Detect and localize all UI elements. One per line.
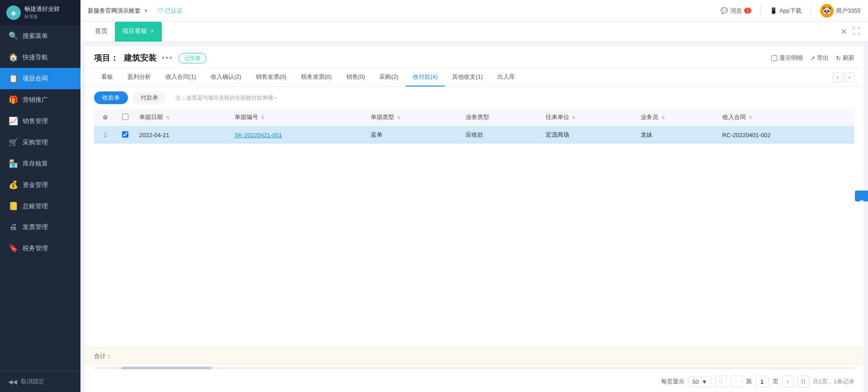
sub-nav-item-purchase[interactable]: 采购(2)	[372, 68, 406, 86]
sidebar-item-label: 搜索菜单	[23, 32, 48, 40]
td-doc-type: 蓝单	[365, 126, 461, 144]
sub-nav-item-sales-invoice[interactable]: 销售发票(0)	[249, 68, 294, 86]
sidebar-item-label: 库存核算	[23, 160, 48, 168]
app-edition: 标准版	[24, 14, 60, 20]
sidebar-item-label: 发票管理	[23, 223, 48, 231]
project-name: 建筑安装	[124, 53, 156, 63]
sidebar-item-sales[interactable]: 📈 销售管理	[0, 110, 80, 132]
payment-receipt-tab[interactable]: 收款单	[94, 91, 128, 104]
th-income-contract[interactable]: 收入合同 ⇅	[717, 109, 854, 126]
ledger-icon: 📒	[8, 201, 18, 211]
tab-home[interactable]: 首页	[88, 22, 115, 42]
project-icon: 📋	[8, 74, 18, 83]
refresh-icon: ↻	[836, 55, 841, 62]
sort-date-icon: ⇅	[166, 115, 170, 120]
per-page-label: 每页显示	[661, 378, 684, 386]
sub-nav-item-warehouse[interactable]: 出入库	[490, 68, 522, 86]
row-checkbox[interactable]	[122, 131, 128, 138]
sidebar-item-label: 项目合同	[23, 75, 48, 83]
sidebar-item-label: 采购管理	[23, 139, 48, 147]
select-all-checkbox[interactable]	[122, 114, 128, 120]
sub-nav-item-income-contract[interactable]: 收入合同(1)	[158, 68, 203, 86]
topbar-actions: 💬 消息 1 📱 App下载 🐼 用户3355	[721, 4, 861, 18]
sidebar-item-search[interactable]: 🔍 搜索菜单	[0, 25, 80, 47]
scroll-bar-wrap	[85, 365, 863, 371]
account-selector[interactable]: 新服务官网演示账套 ▼	[88, 7, 148, 15]
refresh-label: 刷新	[843, 54, 854, 62]
sub-nav-item-payment[interactable]: 收付款(4)	[406, 68, 445, 86]
page-first-btn[interactable]: ⟨⟨	[715, 376, 727, 387]
td-check	[117, 126, 134, 144]
messages-btn[interactable]: 💬 消息 1	[721, 7, 751, 15]
table-header: ⚙ 单据日期 ⇅ 单据编号 ⇅	[94, 109, 854, 126]
sub-nav-item-tax-invoice[interactable]: 税务发票(0)	[294, 68, 339, 86]
export-btn[interactable]: ↗ 导出	[810, 54, 829, 62]
th-number[interactable]: 单据编号 ⇅	[229, 109, 365, 126]
payment-pay-tab[interactable]: 付款单	[132, 91, 166, 104]
tab-project-board-label: 项目看板	[122, 27, 147, 35]
td-number[interactable]: SK-20220421-001	[229, 126, 365, 144]
sidebar-item-purchase[interactable]: 🛒 采购管理	[0, 132, 80, 153]
th-date[interactable]: 单据日期 ⇅	[134, 109, 229, 126]
project-prefix: 项目：	[94, 53, 118, 63]
doc-number-link[interactable]: SK-20220421-001	[235, 132, 283, 139]
sidebar-header: ◈ 畅捷通好业财 标准版	[0, 0, 80, 25]
sub-nav-next[interactable]: ›	[844, 72, 854, 82]
user-profile-btn[interactable]: 🐼 用户3355	[820, 4, 861, 18]
sub-nav-item-profit[interactable]: 盈利分析	[120, 68, 158, 86]
per-page-dropdown-icon: ▼	[702, 378, 708, 385]
close-tab-btn[interactable]: ✕	[840, 27, 847, 37]
sub-nav-item-other-expense[interactable]: 其他收支(1)	[445, 68, 490, 86]
sidebar-item-inventory[interactable]: 🏪 库存核算	[0, 153, 80, 174]
sidebar-item-label: 总账管理	[23, 202, 48, 210]
sub-nav-item-income-confirm[interactable]: 收入确认(2)	[203, 68, 249, 86]
per-page-select[interactable]: 50 ▼	[688, 377, 711, 387]
tab-close-icon[interactable]: ✕	[150, 28, 155, 34]
sidebar-item-ledger[interactable]: 📒 总账管理	[0, 196, 80, 217]
page-next-btn[interactable]: ›	[782, 376, 794, 387]
th-doc-type[interactable]: 单据类型 ⇅	[365, 109, 461, 126]
th-settings[interactable]: ⚙	[94, 109, 117, 126]
project-more-btn[interactable]: •••	[162, 53, 173, 63]
feedback-btn[interactable]: 意见反馈	[855, 191, 868, 201]
refresh-btn[interactable]: ↻ 刷新	[836, 54, 854, 62]
payment-table: ⚙ 单据日期 ⇅ 单据编号 ⇅	[94, 109, 854, 144]
user-label: 用户3355	[836, 7, 861, 15]
table-row[interactable]: 1 2022-04-21 SK-20220421-001 蓝单 应收款 宏茂商场	[94, 126, 854, 144]
page-input[interactable]	[755, 376, 769, 387]
sub-nav-prev[interactable]: ‹	[833, 72, 843, 82]
sub-tab-note: 注：这里是与项目关联的全部收付款单哦～	[175, 94, 278, 102]
scroll-bar-track	[94, 367, 854, 369]
sub-nav-item-kanban[interactable]: 看板	[94, 68, 120, 86]
th-partner[interactable]: 往来单位 ⇅	[540, 109, 636, 126]
sidebar-item-marketing[interactable]: 🎁 营销推广	[0, 89, 80, 110]
pagination: 每页显示 50 ▼ ⟨⟨ ‹ 第 页 › ⟩⟩ 共1页，1条记录	[85, 371, 863, 392]
th-salesman[interactable]: 业务员 ⇅	[635, 109, 717, 126]
sub-nav-item-sales[interactable]: 销售(0)	[339, 68, 373, 86]
quicknav-icon: 🏠	[8, 53, 18, 62]
certified-label: 已认证	[165, 7, 183, 15]
maximize-tab-btn[interactable]: ⛶	[853, 27, 861, 36]
page-label: 第	[746, 378, 752, 386]
tab-project-board[interactable]: 项目看板 ✕	[115, 22, 162, 42]
show-detail-check[interactable]: 显示明细	[771, 54, 803, 62]
page-prev-btn[interactable]: ‹	[731, 376, 742, 387]
content-body: 收款单 付款单 注：这里是与项目关联的全部收付款单哦～ ⚙ 单据日期	[85, 87, 863, 392]
sort-partner-icon: ⇅	[572, 115, 576, 120]
app-download-btn[interactable]: 📱 App下载	[770, 7, 802, 15]
sidebar-item-project[interactable]: 📋 项目合同	[0, 68, 80, 89]
sidebar-item-capital[interactable]: 💰 资金管理	[0, 174, 80, 196]
sidebar-item-tax[interactable]: 🔖 税务管理	[0, 238, 80, 259]
th-biz-type: 业务类型	[460, 109, 540, 126]
app-logo: ◈	[6, 5, 21, 20]
sidebar-item-quicknav[interactable]: 🏠 快捷导航	[0, 47, 80, 68]
scroll-bar-thumb[interactable]	[121, 367, 212, 369]
sidebar-item-invoice[interactable]: 🖨 发票管理	[0, 217, 80, 238]
message-icon: 💬	[721, 7, 728, 14]
page-last-btn[interactable]: ⟩⟩	[797, 376, 809, 387]
capital-icon: 💰	[8, 180, 18, 190]
project-header-right: 显示明细 ↗ 导出 ↻ 刷新	[771, 54, 854, 62]
show-detail-checkbox[interactable]	[771, 55, 777, 61]
unpin-label: 取消固定	[21, 378, 44, 386]
sidebar-unpin-btn[interactable]: ◀◀ 取消固定	[0, 371, 80, 392]
